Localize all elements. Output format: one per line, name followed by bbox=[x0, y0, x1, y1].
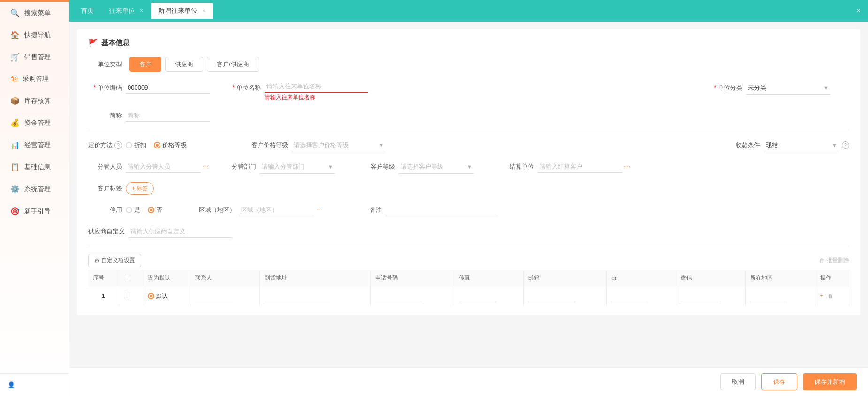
radio-no[interactable]: 否 bbox=[148, 206, 162, 214]
short-name-label: 简称 bbox=[88, 108, 126, 123]
settlement-unit-input[interactable] bbox=[538, 161, 622, 173]
manager-input[interactable] bbox=[126, 161, 201, 173]
cell-checkbox bbox=[119, 286, 143, 306]
payment-terms-select[interactable]: 现结 ▼ bbox=[764, 139, 839, 152]
save-new-button[interactable]: 保存并新增 bbox=[803, 373, 857, 390]
tab-home[interactable]: 首页 bbox=[73, 3, 101, 19]
col-default: 设为默认 bbox=[143, 270, 190, 286]
sidebar-label-newbie: 新手引导 bbox=[24, 207, 51, 216]
radio-price-level-circle bbox=[154, 142, 160, 148]
cell-email bbox=[523, 286, 606, 306]
sidebar-item-purchase[interactable]: 🛍 采购管理 bbox=[3, 69, 66, 89]
address-input[interactable] bbox=[265, 290, 330, 302]
region-more-btn[interactable]: ··· bbox=[314, 206, 324, 214]
cancel-button[interactable]: 取消 bbox=[720, 373, 756, 390]
radio-price-level[interactable]: 价格等级 bbox=[154, 141, 187, 149]
radio-price-level-label: 价格等级 bbox=[162, 141, 187, 149]
short-name-input[interactable] bbox=[126, 109, 210, 122]
add-row-btn[interactable]: + bbox=[820, 293, 823, 299]
cell-fax bbox=[454, 286, 523, 306]
batch-delete-btn[interactable]: 🗑 批量删除 bbox=[819, 256, 849, 264]
supplier-custom-input[interactable] bbox=[129, 225, 232, 238]
contact-table: 序号 设为默认 联系人 到货地址 电话号码 传真 邮箱 qq 微信 所在地区 bbox=[88, 270, 849, 306]
radio-no-label: 否 bbox=[156, 206, 162, 214]
custom-settings-label: 自定义项设置 bbox=[101, 256, 135, 264]
sidebar-item-sales[interactable]: 🛒 销售管理 bbox=[3, 47, 66, 67]
remark-input[interactable] bbox=[386, 204, 498, 216]
manager-more-btn[interactable]: ··· bbox=[201, 163, 211, 171]
add-tag-btn[interactable]: + 标签 bbox=[126, 182, 154, 195]
save-button[interactable]: 保存 bbox=[761, 373, 797, 390]
region-input[interactable] bbox=[239, 204, 314, 216]
unit-category-select[interactable]: 未分类 ▼ bbox=[746, 81, 830, 95]
supplier-custom-label: 供应商自定义 bbox=[88, 224, 129, 239]
basic-icon: 📋 bbox=[10, 163, 20, 171]
radio-yes[interactable]: 是 bbox=[126, 206, 140, 214]
cell-region bbox=[746, 286, 815, 306]
dept-select[interactable]: 请输入分管部门 ▼ bbox=[260, 160, 335, 174]
sidebar-item-newbie[interactable]: 🎯 新手引导 bbox=[3, 201, 66, 221]
tab-bar-close-all[interactable]: × bbox=[856, 7, 860, 15]
dept-placeholder: 请输入分管部门 bbox=[262, 163, 305, 171]
table-row: 1 默认 bbox=[88, 286, 849, 306]
phone-input[interactable] bbox=[375, 290, 422, 302]
newbie-icon: 🎯 bbox=[10, 207, 20, 216]
section-title-text: 基本信息 bbox=[101, 39, 129, 47]
finance-icon: 💰 bbox=[10, 118, 20, 127]
sidebar-item-search[interactable]: 🔍 搜索菜单 bbox=[3, 3, 66, 23]
payment-terms-value: 现结 bbox=[766, 141, 778, 149]
payment-help-icon[interactable]: ? bbox=[842, 141, 849, 149]
custom-settings-btn[interactable]: ⚙ 自定义项设置 bbox=[88, 254, 141, 267]
unit-code-input[interactable] bbox=[126, 82, 210, 94]
select-all-checkbox[interactable] bbox=[124, 275, 130, 281]
tab-partners-close[interactable]: × bbox=[140, 8, 143, 14]
col-qq: qq bbox=[607, 270, 676, 286]
cell-actions: + 🗑 bbox=[815, 286, 849, 306]
email-input[interactable] bbox=[528, 290, 575, 302]
batch-delete-label: 批量删除 bbox=[827, 256, 849, 264]
col-wechat: 微信 bbox=[676, 270, 746, 286]
sidebar-item-inventory[interactable]: 📦 库存核算 bbox=[3, 91, 66, 111]
sidebar-user[interactable]: 👤 bbox=[0, 378, 69, 392]
tab-partners[interactable]: 往来单位 × bbox=[101, 3, 151, 19]
sidebar-item-finance[interactable]: 💰 资金管理 bbox=[3, 113, 66, 133]
table-toolbar: ⚙ 自定义项设置 🗑 批量删除 bbox=[88, 254, 849, 267]
fax-input[interactable] bbox=[459, 290, 496, 302]
sidebar-label-sales: 销售管理 bbox=[24, 53, 51, 62]
remark-label: 备注 bbox=[362, 202, 386, 217]
default-label: 默认 bbox=[156, 292, 168, 300]
sidebar-item-basic[interactable]: 📋 基础信息 bbox=[3, 157, 66, 177]
sidebar: 🔍 搜索菜单 🏠 快捷导航 🛒 销售管理 🛍 采购管理 📦 库存核算 💰 资金管… bbox=[0, 0, 69, 396]
col-contact: 联系人 bbox=[190, 270, 260, 286]
region-table-input[interactable] bbox=[750, 290, 788, 302]
sidebar-item-operation[interactable]: 📊 经营管理 bbox=[3, 135, 66, 155]
unit-name-input[interactable] bbox=[265, 80, 368, 93]
cell-wechat bbox=[676, 286, 746, 306]
radio-discount[interactable]: 折扣 bbox=[126, 141, 146, 149]
sidebar-item-system[interactable]: ⚙️ 系统管理 bbox=[3, 179, 66, 199]
sidebar-label-purchase: 采购管理 bbox=[23, 75, 49, 83]
col-seq: 序号 bbox=[88, 270, 119, 286]
sidebar-item-quick-nav[interactable]: 🏠 快捷导航 bbox=[3, 25, 66, 45]
default-radio[interactable] bbox=[148, 293, 154, 299]
customer-level-label: 客户等级 bbox=[366, 159, 399, 174]
pricing-help-icon[interactable]: ? bbox=[114, 141, 122, 149]
contact-input[interactable] bbox=[195, 290, 233, 302]
customer-price-level-select[interactable]: 请选择客户价格等级 ▼ bbox=[292, 139, 386, 152]
settlement-more-btn[interactable]: ··· bbox=[622, 163, 632, 171]
row-checkbox[interactable] bbox=[124, 293, 130, 299]
btn-supplier[interactable]: 供应商 bbox=[165, 57, 203, 72]
pricing-method-radios: 折扣 价格等级 bbox=[126, 141, 187, 149]
btn-both[interactable]: 客户/供应商 bbox=[207, 57, 259, 72]
customer-price-level-label: 客户价格等级 bbox=[250, 138, 292, 153]
radio-discount-circle bbox=[126, 142, 132, 148]
delete-row-btn[interactable]: 🗑 bbox=[828, 293, 833, 299]
tab-new-partner-close[interactable]: × bbox=[202, 8, 206, 14]
customer-level-select[interactable]: 请选择客户等级 ▼ bbox=[399, 160, 474, 174]
btn-customer[interactable]: 客户 bbox=[129, 57, 161, 72]
tab-new-partner[interactable]: 新增往来单位 × bbox=[151, 3, 213, 19]
wechat-input[interactable] bbox=[681, 290, 718, 302]
qq-input[interactable] bbox=[611, 290, 649, 302]
operation-icon: 📊 bbox=[10, 140, 20, 149]
unit-name-label: 单位名称 bbox=[227, 80, 265, 95]
